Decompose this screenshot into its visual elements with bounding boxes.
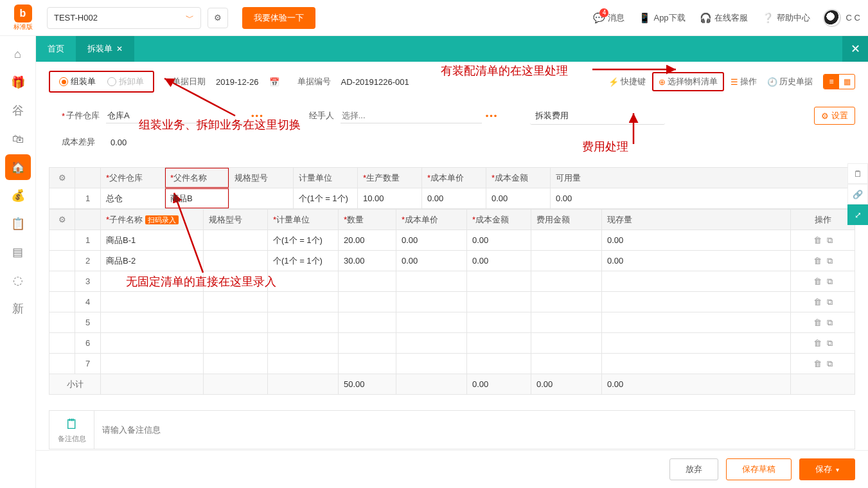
history-link[interactable]: 🕘历史单据 — [763, 73, 817, 90]
rail-expand[interactable]: ⤢ — [847, 204, 868, 225]
table-row[interactable]: 5🗑⧉ — [49, 312, 855, 333]
copy-icon[interactable]: ⧉ — [827, 338, 833, 348]
cell-amt[interactable]: 0.00 — [467, 251, 531, 271]
cell-qty[interactable] — [339, 312, 396, 333]
parent-row-1[interactable]: 1 总仓 商品B 个(1个 = 1个) 10.00 0.00 0.00 0.00 — [49, 188, 855, 209]
cell-child-name[interactable]: 商品B-2 — [101, 251, 204, 271]
tabbar-close-button[interactable]: ✕ — [842, 36, 868, 62]
copy-icon[interactable]: ⧉ — [827, 276, 833, 286]
select-material-list[interactable]: ⊕选择物料清单 — [652, 72, 724, 91]
row-gear[interactable] — [49, 188, 75, 209]
cell-price[interactable]: 0.00 — [396, 251, 467, 271]
handler-input[interactable] — [341, 108, 482, 123]
cell-qty[interactable]: 20.00 — [339, 230, 396, 251]
cell-qty[interactable] — [339, 333, 396, 354]
cell-spec[interactable] — [229, 188, 294, 209]
delete-icon[interactable]: 🗑 — [813, 235, 822, 245]
logo[interactable]: b 标准版 — [8, 5, 38, 32]
app-download-link[interactable]: 📱 App下载 — [639, 12, 685, 24]
cell-fee[interactable] — [531, 292, 602, 312]
tab-assembly[interactable]: 拆装单 ✕ — [76, 36, 134, 62]
cell-spec[interactable] — [204, 292, 268, 312]
copy-icon[interactable]: ⧉ — [827, 235, 833, 245]
scan-tag[interactable]: 扫码录入 — [145, 215, 179, 224]
cell-price[interactable] — [396, 271, 467, 292]
nav-sync[interactable]: ◌ — [5, 267, 31, 293]
assembly-fee-input[interactable] — [530, 107, 665, 125]
cell-unit[interactable]: 个(1个 = 1个) — [268, 230, 339, 251]
messages-link[interactable]: 💬 消息 4 — [593, 12, 624, 24]
copy-icon[interactable]: ⧉ — [827, 318, 833, 327]
cell-child-name[interactable]: 商品B-1 — [101, 230, 204, 251]
cell-price[interactable] — [396, 333, 467, 354]
view-list[interactable]: ≡ — [824, 75, 839, 89]
tab-home[interactable]: 首页 — [36, 36, 76, 62]
cell-qty[interactable] — [339, 271, 396, 292]
date-value[interactable]: 2019-12-26 — [216, 77, 259, 87]
cell-spec[interactable] — [204, 333, 268, 354]
cell-amt[interactable] — [467, 312, 531, 333]
nav-warehouse[interactable]: 🏠 — [5, 154, 31, 180]
sub-warehouse-input[interactable] — [106, 108, 247, 123]
calendar-icon[interactable]: 📅 — [269, 77, 279, 87]
more-icon[interactable]: ••• — [486, 111, 499, 121]
cell-qty[interactable]: 30.00 — [339, 251, 396, 271]
table-row[interactable]: 2商品B-2个(1个 = 1个)30.000.000.000.00🗑⧉ — [49, 251, 855, 271]
cell-qty[interactable] — [339, 292, 396, 312]
row-gear[interactable] — [49, 333, 75, 354]
ops-link[interactable]: ☰操作 — [727, 73, 761, 90]
avatar[interactable] — [823, 9, 841, 27]
cell-child-name[interactable] — [101, 354, 204, 374]
cell-price[interactable] — [396, 354, 467, 374]
more-icon[interactable]: ••• — [251, 111, 264, 121]
cell-amt[interactable] — [467, 292, 531, 312]
save-draft-button[interactable]: 保存草稿 — [726, 458, 792, 480]
cell-spec[interactable] — [204, 312, 268, 333]
row-gear[interactable] — [49, 230, 75, 251]
table-row[interactable]: 3🗑⧉ — [49, 271, 855, 292]
cell-price[interactable]: 0.00 — [422, 188, 486, 209]
cell-price[interactable] — [396, 292, 467, 312]
nav-gift[interactable]: 🎁 — [5, 69, 31, 95]
cta-experience-button[interactable]: 我要体验一下 — [242, 7, 315, 29]
delete-icon[interactable]: 🗑 — [813, 297, 822, 307]
copy-icon[interactable]: ⧉ — [827, 359, 833, 368]
cell-child-name[interactable] — [101, 312, 204, 333]
row-gear[interactable] — [49, 271, 75, 292]
cell-price[interactable] — [396, 312, 467, 333]
cell-spec[interactable] — [204, 271, 268, 292]
cell-fee[interactable] — [531, 271, 602, 292]
table-row[interactable]: 1商品B-1个(1个 = 1个)20.000.000.000.00🗑⧉ — [49, 230, 855, 251]
nav-new[interactable]: 新 — [5, 296, 31, 321]
discard-button[interactable]: 放弃 — [669, 458, 718, 480]
row-gear[interactable] — [49, 354, 75, 374]
row-gear[interactable] — [49, 251, 75, 271]
cell-spec[interactable] — [204, 251, 268, 271]
cell-fee[interactable] — [531, 333, 602, 354]
remark-input[interactable] — [94, 411, 855, 449]
copy-icon[interactable]: ⧉ — [827, 297, 833, 307]
row-gear[interactable] — [49, 312, 75, 333]
rail-link[interactable]: 🔗 — [847, 184, 868, 204]
settings-button[interactable]: ⚙ — [208, 8, 228, 28]
cell-child-name[interactable] — [101, 271, 204, 292]
cell-child-name[interactable] — [101, 333, 204, 354]
cell-amt[interactable] — [467, 333, 531, 354]
help-center-link[interactable]: ❔ 帮助中心 — [762, 12, 810, 24]
table-row[interactable]: 6🗑⧉ — [49, 333, 855, 354]
cell-qty[interactable] — [339, 354, 396, 374]
cell-fee[interactable] — [531, 312, 602, 333]
cell-fee[interactable] — [531, 251, 602, 271]
cell-price[interactable]: 0.00 — [396, 230, 467, 251]
copy-icon[interactable]: ⧉ — [827, 256, 833, 266]
table-row[interactable]: 4🗑⧉ — [49, 292, 855, 312]
user-name[interactable]: C C — [846, 13, 860, 23]
org-selector[interactable]: TEST-H002 ﹀ — [47, 7, 201, 29]
radio-split[interactable]: 拆卸单 — [107, 76, 144, 87]
delete-icon[interactable]: 🗑 — [813, 338, 822, 348]
close-icon[interactable]: ✕ — [116, 44, 123, 53]
delete-icon[interactable]: 🗑 — [813, 359, 822, 368]
shortcut-link[interactable]: ⚡快捷键 — [605, 73, 650, 90]
cell-unit[interactable] — [268, 333, 339, 354]
cell-qty[interactable]: 10.00 — [358, 188, 422, 209]
